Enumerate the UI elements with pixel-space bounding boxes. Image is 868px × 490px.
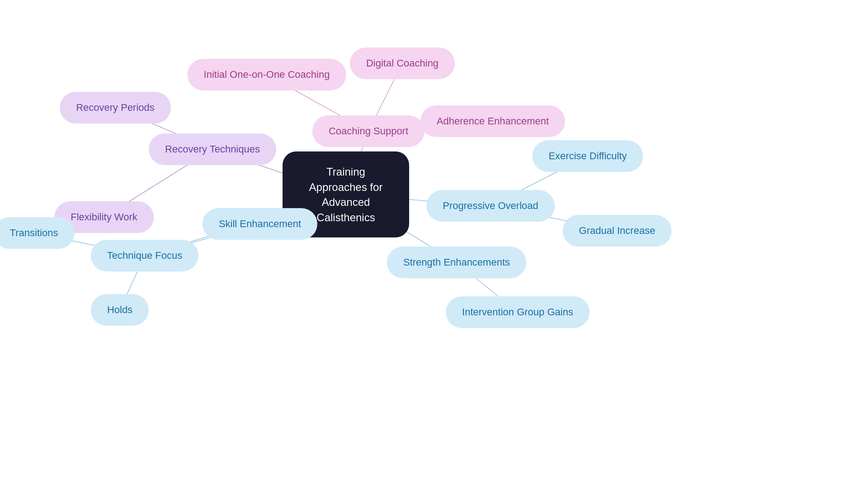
node-strength-enhancements[interactable]: Strength Enhancements [387,247,526,278]
mindmap-canvas: Training Approaches for Advanced Calisth… [0,0,868,490]
node-adherence-enhancement[interactable]: Adherence Enhancement [420,105,565,137]
node-technique-focus[interactable]: Technique Focus [91,240,198,271]
node-skill-enhancement[interactable]: Skill Enhancement [203,208,317,240]
node-coaching-support[interactable]: Coaching Support [312,115,425,147]
node-digital-coaching[interactable]: Digital Coaching [350,48,455,79]
node-intervention-group-gains[interactable]: Intervention Group Gains [446,296,590,328]
node-gradual-increase[interactable]: Gradual Increase [563,215,672,247]
node-recovery-periods[interactable]: Recovery Periods [60,92,171,124]
node-exercise-difficulty[interactable]: Exercise Difficulty [532,140,643,172]
node-recovery-techniques[interactable]: Recovery Techniques [149,133,276,165]
node-transitions[interactable]: Transitions [0,217,74,249]
node-progressive-overload[interactable]: Progressive Overload [426,190,555,222]
node-initial-coaching[interactable]: Initial One-on-One Coaching [188,59,346,90]
node-holds[interactable]: Holds [91,294,149,326]
